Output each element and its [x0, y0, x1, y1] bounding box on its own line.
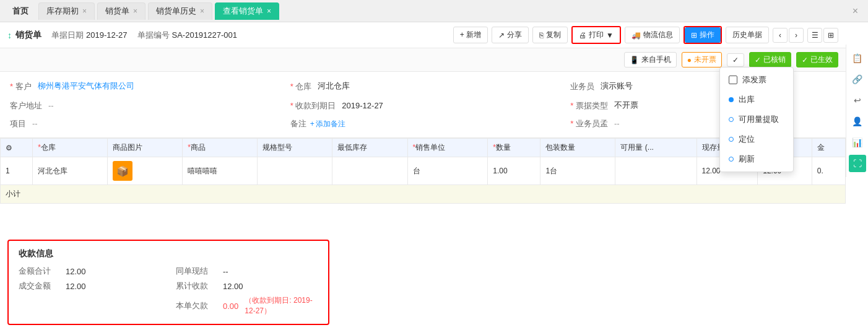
project-label: 项目 [10, 118, 26, 129]
print-icon: 🖨 [579, 31, 586, 40]
tab-sales[interactable]: 销货单 × [97, 2, 145, 20]
tab-sales-history[interactable]: 销货单历史 × [148, 2, 212, 20]
refresh-item[interactable]: 刷新 [720, 149, 793, 169]
project-value: -- [30, 118, 40, 130]
form-row-1: 客户 柳州粤港平安气体有限公司 仓库 河北仓库 业务员 演示账号 [10, 79, 836, 93]
product-image: 📦 [113, 161, 132, 181]
print-button[interactable]: 🖨 打印 ▼ [573, 27, 620, 43]
sidebar-chart-icon[interactable]: 📊 [849, 134, 866, 151]
col-available: 可用量 (... [615, 139, 697, 157]
effective-button[interactable]: ✓ 已生效 [796, 52, 838, 67]
sidebar-link-icon[interactable]: 🔗 [849, 71, 866, 88]
transaction-item: 成交金额 12.00 [19, 280, 161, 292]
confirmed-button[interactable]: ✓ [727, 53, 744, 67]
grid-view-button[interactable]: ⊞ [823, 28, 838, 43]
share-icon: ↗ [498, 31, 505, 40]
cumulative-item: 累计收款 12.00 [176, 280, 318, 292]
close-check-sales-tab[interactable]: × [267, 7, 271, 15]
tab-home-label: 首页 [12, 6, 28, 17]
address-label: 客户地址 [10, 100, 42, 111]
copy-button[interactable]: ⎘ 复制 [532, 27, 568, 43]
document-info: ↕ 销货单 单据日期 2019-12-27 单据编号 SA-20191227-0… [7, 30, 448, 41]
prev-button[interactable]: ‹ [773, 28, 788, 43]
ticket-type-label: 票据类型 [570, 100, 608, 111]
summary-box: 收款信息 金额合计 12.00 同单现结 -- 成交金额 12.00 累计收款 … [7, 240, 329, 325]
locate-item[interactable]: 定位 [720, 129, 793, 149]
operation-dropdown: 添发票 出库 可用量提取 定位 刷新 [719, 67, 794, 172]
new-button[interactable]: + 新增 [453, 27, 488, 43]
current-debt-label: 本单欠款 [176, 300, 219, 311]
close-inventory-tab[interactable]: × [82, 7, 87, 15]
from-phone-button[interactable]: 📱 来自手机 [624, 52, 677, 67]
window-close-button[interactable]: × [848, 3, 863, 19]
date-value: 2019-12-27 [86, 30, 128, 40]
address-field: 客户地址 -- [10, 100, 276, 112]
next-button[interactable]: › [789, 28, 804, 43]
tab-inventory-label: 库存期初 [46, 6, 79, 17]
customer-field: 客户 柳州粤港平安气体有限公司 [10, 79, 276, 93]
sidebar-expand-icon[interactable]: ⛶ [849, 155, 866, 172]
print-highlight-box: 🖨 打印 ▼ [571, 26, 621, 44]
col-product-img: 商品图片 [108, 139, 183, 157]
cell-warehouse: 河北仓库 [33, 157, 108, 185]
sidebar-return-icon[interactable]: ↩ [849, 92, 866, 109]
nav-arrows: ‹ › [773, 28, 804, 43]
not-open-ticket-button[interactable]: ● 未开票 [682, 52, 722, 67]
phone-icon: 📱 [630, 56, 639, 64]
logistics-button[interactable]: 🚚 物流信息 [625, 27, 680, 43]
add-note-button[interactable]: + 添加备注 [310, 119, 345, 129]
share-label: 分享 [507, 30, 522, 40]
main-content: ↕ 销货单 单据日期 2019-12-27 单据编号 SA-20191227-0… [0, 22, 868, 330]
table-header-row: ⚙ *仓库 商品图片 *商品 规格型号 最低库存 *销售单位 *数量 包装数量 … [1, 139, 846, 157]
close-history-tab[interactable]: × [200, 7, 204, 15]
cumulative-label: 累计收款 [176, 280, 219, 292]
tab-bar-right: × [848, 6, 863, 17]
cell-available [615, 157, 697, 185]
locate-label: 定位 [739, 134, 755, 145]
col-settings[interactable]: ⚙ [1, 139, 33, 157]
summary-title: 收款信息 [19, 248, 318, 259]
right-sidebar: 📋 🔗 ↩ 👤 📊 ⛶ [846, 45, 868, 177]
tab-check-sales[interactable]: 查看销货单 × [215, 2, 279, 20]
payment-date-label: 收款到期日 [290, 100, 336, 111]
tab-home[interactable]: 首页 [5, 2, 36, 20]
available-qty-item[interactable]: 可用量提取 [720, 110, 793, 129]
cancel-button[interactable]: ✓ 已核销 [749, 52, 791, 67]
toolbar-actions: + 新增 ↗ 分享 ⎘ 复制 🖨 打印 ▼ [453, 26, 838, 44]
note-label: 备注 [290, 118, 306, 129]
operation-button[interactable]: ⊞ 操作 [685, 27, 721, 43]
current-debt-value: 0.00 [223, 302, 238, 311]
customer-value[interactable]: 柳州粤港平安气体有限公司 [35, 79, 137, 93]
sidebar-user-icon[interactable]: 👤 [849, 113, 866, 130]
number-label: 单据编号 [137, 30, 170, 41]
plus-icon: + [310, 119, 315, 128]
share-button[interactable]: ↗ 分享 [492, 27, 529, 43]
effective-label: 已生效 [810, 54, 833, 65]
copy-icon: ⎘ [539, 31, 544, 40]
list-view-button[interactable]: ☰ [807, 28, 822, 43]
sales-staff-field: 业务员孟 -- [570, 118, 836, 130]
cell-sales-unit: 台 [407, 157, 488, 185]
payment-date-field: 收款到期日 2019-12-27 [290, 100, 556, 112]
operation-label: 操作 [700, 30, 714, 40]
sales-staff-label: 业务员孟 [570, 118, 608, 129]
close-sales-tab[interactable]: × [133, 7, 137, 15]
ticket-dot: ● [687, 56, 692, 64]
cell-product-img: 📦 [108, 157, 183, 185]
add-invoice-item[interactable]: 添发票 [720, 70, 793, 90]
warehouse-value: 河北仓库 [315, 79, 352, 93]
document-title: ↕ 销货单 [7, 30, 41, 41]
same-order-value: -- [223, 267, 228, 276]
tab-inventory[interactable]: 库存期初 × [38, 2, 95, 20]
sidebar-notes-icon[interactable]: 📋 [849, 50, 866, 67]
col-warehouse: *仓库 [33, 139, 108, 157]
subtotal-label: 小计 [1, 185, 846, 204]
cell-product: 嘻嘻嘻嘻 [183, 157, 258, 185]
warehouse-label: 仓库 [290, 81, 312, 92]
cell-min-stock [332, 157, 407, 185]
project-field: 项目 -- [10, 118, 276, 130]
from-phone-label: 来自手机 [641, 54, 671, 65]
outbound-item[interactable]: 出库 [720, 90, 793, 110]
history-button[interactable]: 历史单据 [726, 27, 769, 43]
col-sales-unit: *销售单位 [407, 139, 488, 157]
